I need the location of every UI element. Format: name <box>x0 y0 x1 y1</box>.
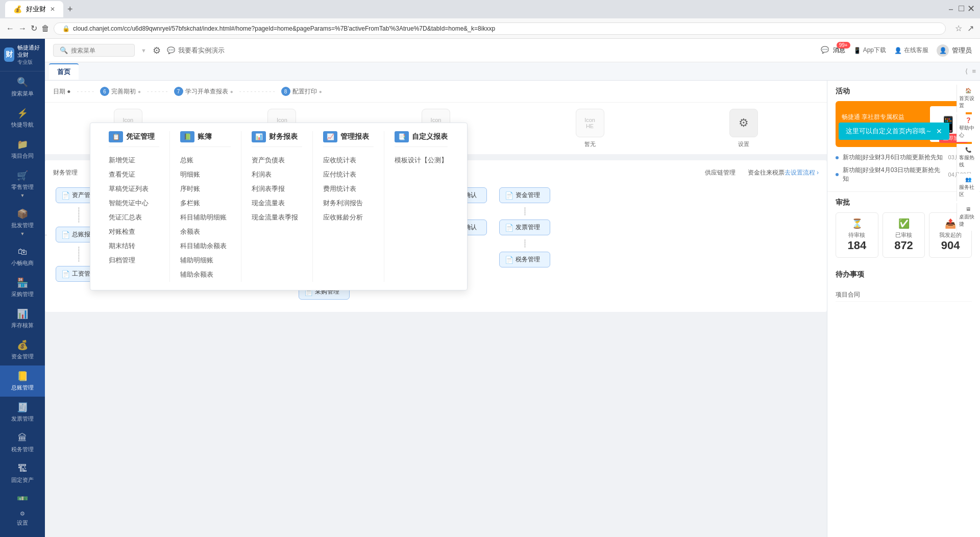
url-bar[interactable]: 🔒 cloud.chanjet.com/cc/u6d89qwnryel/57bf… <box>54 22 946 35</box>
sidebar-item-salary[interactable]: 💵 工资 <box>0 489 45 500</box>
ledger-subject-balance[interactable]: 科目辅助余额表 <box>180 239 231 253</box>
close-window-button[interactable]: ✕ <box>967 3 975 15</box>
news-item-1[interactable]: 新功能|好业财3月6日功能更新抢先知 03月06日 <box>836 151 972 164</box>
sidebar-item-purchase[interactable]: 🏪 采购管理 <box>0 272 45 303</box>
float-help[interactable]: ❓ 帮助中心 <box>957 114 979 142</box>
approval-title: 审批 <box>836 198 972 207</box>
sidebar-item-wholesale[interactable]: 📦 批发管理 ▼ <box>0 203 45 241</box>
sidebar-item-assets[interactable]: 🏗 固定资产 <box>0 458 45 489</box>
delete-button[interactable]: 🗑 <box>41 24 50 33</box>
sidebar-settings[interactable]: ⚙ 设置 <box>15 505 30 532</box>
step-6[interactable]: 6 完善期初 ● <box>100 87 141 96</box>
browser-tab[interactable]: 💰 好业财 ✕ <box>5 1 63 17</box>
mgmt-profit[interactable]: 财务利润报告 <box>323 196 374 210</box>
bookmark-icon[interactable]: ☆ <box>955 23 962 33</box>
financial-balance-sheet[interactable]: 资产负债表 <box>252 153 302 167</box>
voucher-smart[interactable]: 智能凭证中心 <box>109 196 159 210</box>
news-item-2[interactable]: 新功能|好业财4月03日功能更新抢先知 04月03日 <box>836 164 972 185</box>
ledger-general[interactable]: 总账 <box>180 153 231 167</box>
ledger-subject[interactable]: 科目辅助明细账 <box>180 210 231 225</box>
tab-home[interactable]: 首页 <box>49 63 79 80</box>
tab-close-button[interactable]: ✕ <box>50 6 55 13</box>
voucher-check[interactable]: 对账检查 <box>109 225 159 239</box>
demo-link[interactable]: 💬 我要看实例演示 <box>167 46 225 55</box>
dropdown-ledger: 📗 账簿 总账 明细账 序时账 多栏账 科目辅助明细账 余额表 科目辅助余额表 … <box>170 131 241 282</box>
financial-cashflow-q[interactable]: 现金流量表季报 <box>252 210 302 225</box>
back-button[interactable]: ← <box>6 24 14 33</box>
float-home-settings[interactable]: 🏠 首页设置 <box>957 85 979 112</box>
messages-badge[interactable]: 💬 99+ 消息 <box>821 46 845 55</box>
sidebar-item-ledger[interactable]: 📒 总账管理 <box>0 365 45 397</box>
sidebar-label-inventory: 库存核算 <box>11 322 34 329</box>
flow-box-tax[interactable]: 📄 税务管理 <box>499 252 550 267</box>
sidebar-item-quick[interactable]: ⚡ 快捷导航 <box>0 103 45 134</box>
extension-icon[interactable]: ↗ <box>967 23 974 33</box>
approval-pending[interactable]: ⏳ 待审核 184 <box>836 212 878 258</box>
shortcut-settings[interactable]: ⚙ 设置 <box>669 109 819 148</box>
todo-item-1[interactable]: 项目合同 <box>836 288 972 302</box>
custom-template[interactable]: 模板设计【公测】 <box>395 153 448 167</box>
refresh-button[interactable]: ↻ <box>31 23 37 33</box>
sidebar-item-project[interactable]: 📁 项目合同 <box>0 134 45 165</box>
flow-box-fund[interactable]: 📄 资金管理 <box>499 187 550 203</box>
new-tab-button[interactable]: + <box>67 4 73 15</box>
ledger-balance[interactable]: 余额表 <box>180 225 231 239</box>
customize-banner: 这里可以自定义首页内容哦～ ✕ <box>839 123 949 140</box>
step-7[interactable]: 7 学习开单查报表 ● <box>174 87 233 96</box>
step-7-num: 7 <box>174 87 183 96</box>
sidebar-item-search[interactable]: 🔍 搜索菜单 <box>0 71 45 103</box>
search-bar[interactable]: 🔍 <box>53 44 135 57</box>
flow-box-invoice[interactable]: 📄 发票管理 <box>499 219 550 235</box>
float-desktop[interactable]: 🖥 桌面快捷 <box>957 203 979 231</box>
tab-more-icon[interactable]: ≡ <box>972 67 976 75</box>
ledger-detail[interactable]: 明细账 <box>180 167 231 182</box>
step-8[interactable]: 8 配置打印 ● <box>281 87 322 96</box>
voucher-summary[interactable]: 凭证汇总表 <box>109 210 159 225</box>
financial-cashflow[interactable]: 现金流量表 <box>252 196 302 210</box>
float-community[interactable]: 👥 服务社区 <box>957 174 979 201</box>
mgmt-aging[interactable]: 应收账龄分析 <box>323 210 374 225</box>
header-settings-icon[interactable]: ⚙ <box>153 45 161 56</box>
voucher-archive[interactable]: 归档管理 <box>109 253 159 267</box>
sidebar-item-ecommerce[interactable]: 🛍 小畅电商 <box>0 241 45 272</box>
mgmt-expense[interactable]: 费用统计表 <box>323 182 374 196</box>
financial-income[interactable]: 利润表 <box>252 167 302 182</box>
done-num: 872 <box>888 239 920 252</box>
sidebar-item-inventory[interactable]: 📊 库存核算 <box>0 303 45 334</box>
sidebar-item-retail[interactable]: 🛒 零售管理 ▼ <box>0 165 45 203</box>
online-service-link[interactable]: 👤 在线客服 <box>894 46 928 55</box>
mgmt-receivable[interactable]: 应收统计表 <box>323 153 374 167</box>
maximize-button[interactable]: □ <box>959 3 964 15</box>
step-7-label: 学习开单查报表 <box>185 87 228 96</box>
ledger-aux-balance[interactable]: 辅助余额表 <box>180 267 231 282</box>
approval-done[interactable]: ✅ 已审核 872 <box>883 212 925 258</box>
flow-settings-link[interactable]: 去设置流程 › <box>785 168 819 177</box>
sidebar-item-fund[interactable]: 💰 资金管理 <box>0 334 45 365</box>
financial-title: 📊 财务报表 <box>252 131 302 147</box>
sidebar-label-assets: 固定资产 <box>11 476 34 484</box>
sidebar-label-invoice: 发票管理 <box>11 415 34 423</box>
tab-expand-icon[interactable]: ⟨ <box>965 67 968 75</box>
voucher-add[interactable]: 新增凭证 <box>109 153 159 167</box>
app-download-link[interactable]: 📱 App下载 <box>853 46 886 55</box>
shortcut-4[interactable]: IconHE 暂无 <box>515 109 665 148</box>
search-input[interactable] <box>71 47 122 54</box>
minimize-button[interactable]: － <box>946 3 955 15</box>
dropdown-menu: 📋 凭证管理 新增凭证 查看凭证 草稿凭证列表 智能凭证中心 凭证汇总表 对账检… <box>90 123 468 290</box>
sidebar-label-ledger: 总账管理 <box>11 384 34 392</box>
header-dropdown[interactable]: ▼ <box>141 47 146 54</box>
user-menu[interactable]: 👤 管理员 <box>937 44 972 57</box>
ledger-aux-detail[interactable]: 辅助明细账 <box>180 253 231 267</box>
voucher-draft[interactable]: 草稿凭证列表 <box>109 182 159 196</box>
float-service[interactable]: 📞 客服热线 <box>957 144 979 172</box>
voucher-view[interactable]: 查看凭证 <box>109 167 159 182</box>
financial-income-q[interactable]: 利润表季报 <box>252 182 302 196</box>
sidebar-item-tax[interactable]: 🏛 税务管理 <box>0 428 45 458</box>
ledger-chrono[interactable]: 序时账 <box>180 182 231 196</box>
mgmt-payable[interactable]: 应付统计表 <box>323 167 374 182</box>
banner-close-button[interactable]: ✕ <box>936 127 942 135</box>
sidebar-item-invoice[interactable]: 🧾 发票管理 <box>0 397 45 428</box>
ledger-multi[interactable]: 多栏账 <box>180 196 231 210</box>
voucher-period[interactable]: 期末结转 <box>109 239 159 253</box>
forward-button[interactable]: → <box>18 24 27 33</box>
